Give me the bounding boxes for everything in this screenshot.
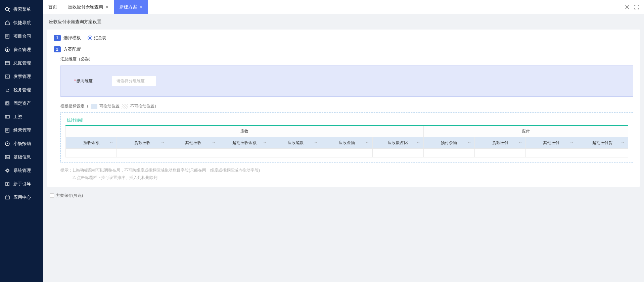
- stat-indicator-label: 统计指标: [65, 117, 628, 123]
- chevron-down-icon[interactable]: ﹀: [417, 141, 420, 145]
- save-plan-label: 方案保存(可选): [56, 193, 83, 198]
- sidebar-item-expense[interactable]: 小畅报销: [0, 137, 43, 150]
- data-cell: [475, 149, 526, 157]
- data-cell: [117, 149, 168, 157]
- column-header[interactable]: 其他应付﹀: [526, 137, 577, 149]
- radio-label: 汇总表: [94, 35, 106, 41]
- chevron-down-icon[interactable]: ﹀: [621, 141, 625, 145]
- sidebar-item-label: 固定资产: [13, 100, 31, 106]
- vertical-dimension-label: *纵向维度: [74, 78, 93, 84]
- close-icon[interactable]: ×: [106, 4, 108, 10]
- svg-point-12: [7, 76, 8, 77]
- group-header-receivable[interactable]: 应收: [66, 126, 424, 137]
- data-cell: [66, 149, 117, 157]
- sidebar-item-tax[interactable]: 税务管理: [0, 83, 43, 97]
- column-header[interactable]: 货款应收﹀: [117, 137, 168, 149]
- tips-section: 提示：1.拖动标题栏可以调整布局，不可跨维度或指标区域拖动栏目字段(只能在同一维…: [60, 167, 633, 181]
- column-header[interactable]: 货款应付﹀: [475, 137, 526, 149]
- fullscreen-button[interactable]: [632, 2, 641, 12]
- chevron-down-icon[interactable]: ﹀: [263, 141, 267, 145]
- close-icon[interactable]: ×: [140, 4, 142, 10]
- document-icon: [5, 34, 10, 39]
- clipboard-icon: [5, 128, 10, 133]
- column-header[interactable]: 应收款占比﹀: [372, 137, 423, 149]
- tab-balance-query[interactable]: 应收应付余额查询 ×: [63, 0, 114, 14]
- sidebar-item-search[interactable]: 搜索菜单: [0, 3, 43, 16]
- sidebar-item-label: 工资: [13, 114, 22, 120]
- sidebar-item-invoice[interactable]: 发票管理: [0, 70, 43, 83]
- chevron-down-icon[interactable]: ﹀: [366, 141, 369, 145]
- tab-new-plan[interactable]: 新建方案 ×: [114, 0, 148, 14]
- svg-rect-22: [5, 155, 9, 159]
- chevron-down-icon[interactable]: ﹀: [519, 141, 522, 145]
- money-icon: ¥: [5, 47, 10, 52]
- chevron-down-icon[interactable]: ﹀: [212, 141, 216, 145]
- svg-rect-18: [6, 128, 9, 132]
- dimension-box: *纵向维度 请选择分组维度: [60, 65, 633, 97]
- sidebar-item-label: 税务管理: [13, 87, 31, 93]
- data-cell: [577, 149, 628, 157]
- data-cell: [270, 149, 321, 157]
- ledger-icon: [5, 60, 10, 66]
- sidebar-item-basic[interactable]: 基础信息: [0, 150, 43, 164]
- sidebar-item-funds[interactable]: ¥ 资金管理: [0, 43, 43, 56]
- expense-icon: [5, 141, 10, 146]
- save-plan-row: 方案保存(可选): [50, 193, 637, 198]
- column-header[interactable]: 超期应收金额﹀: [219, 137, 270, 149]
- column-header[interactable]: 预付余额﹀: [423, 137, 474, 149]
- sidebar-item-contract[interactable]: 项目合同: [0, 30, 43, 43]
- sidebar-item-business[interactable]: 经营管理: [0, 124, 43, 137]
- sidebar-item-system[interactable]: 系统管理: [0, 164, 43, 177]
- column-header[interactable]: 预收余额﹀: [66, 137, 117, 149]
- column-header[interactable]: 其他应收﹀: [168, 137, 219, 149]
- svg-rect-15: [6, 102, 8, 104]
- data-cell: [526, 149, 577, 157]
- chevron-down-icon[interactable]: ﹀: [161, 141, 165, 145]
- sidebar-item-ledger[interactable]: 总账管理: [0, 56, 43, 70]
- step-1-label: 选择模板: [63, 35, 81, 41]
- assets-icon: [5, 101, 10, 106]
- sidebar-item-label: 快捷导航: [13, 20, 31, 26]
- tab-home[interactable]: 首页: [43, 0, 63, 14]
- data-cell: [168, 149, 219, 157]
- tabs-bar: 首页 应收应付余额查询 × 新建方案 ×: [43, 0, 644, 14]
- save-plan-checkbox[interactable]: [50, 193, 54, 198]
- sidebar-item-assets[interactable]: 固定资产: [0, 97, 43, 110]
- svg-rect-9: [5, 61, 9, 65]
- sidebar-item-nav[interactable]: 快捷导航: [0, 16, 43, 30]
- home-icon: [5, 20, 10, 26]
- tax-icon: [5, 87, 10, 93]
- connector-line: [97, 81, 107, 81]
- indicator-grid: 统计指标 应收 应付 预收余额﹀货款应收﹀其他应收﹀超期应收金额﹀应收笔数﹀应收…: [60, 112, 633, 162]
- dimension-section-label: 汇总维度（必选）: [60, 56, 633, 62]
- gear-icon: [5, 168, 10, 173]
- chevron-down-icon[interactable]: ﹀: [110, 141, 113, 145]
- sidebar-item-apps[interactable]: 应用中心: [0, 191, 43, 204]
- radio-summary-table[interactable]: 汇总表: [88, 35, 106, 41]
- step-2-badge: 2: [54, 46, 61, 52]
- sidebar-item-salary[interactable]: 工资: [0, 110, 43, 124]
- swatch-fixed: [122, 104, 128, 109]
- step-1-row: 1 选择模板 汇总表: [54, 35, 633, 41]
- svg-point-25: [6, 170, 8, 172]
- chevron-down-icon[interactable]: ﹀: [570, 141, 573, 145]
- close-all-button[interactable]: [623, 2, 632, 12]
- guide-icon: [5, 181, 10, 187]
- sidebar-item-label: 新手引导: [13, 181, 31, 187]
- chevron-down-icon[interactable]: ﹀: [314, 141, 318, 145]
- column-header[interactable]: 应收金额﹀: [321, 137, 372, 149]
- column-header[interactable]: 超期应付货﹀: [577, 137, 628, 149]
- svg-line-1: [8, 10, 10, 12]
- sidebar-item-label: 搜索菜单: [13, 6, 31, 12]
- group-header-payable[interactable]: 应付: [423, 126, 628, 137]
- vertical-dimension-select[interactable]: 请选择分组维度: [112, 76, 156, 86]
- svg-rect-11: [5, 75, 9, 78]
- sidebar-item-guide[interactable]: 新手引导: [0, 177, 43, 191]
- sidebar-item-label: 小畅报销: [13, 141, 31, 147]
- sidebar-item-label: 基础信息: [13, 154, 31, 160]
- step-2-label: 方案配置: [63, 46, 81, 52]
- column-header[interactable]: 应收笔数﹀: [270, 137, 321, 149]
- sidebar-item-label: 资金管理: [13, 47, 31, 53]
- chevron-down-icon[interactable]: ﹀: [468, 141, 471, 145]
- swatch-draggable: [91, 104, 97, 109]
